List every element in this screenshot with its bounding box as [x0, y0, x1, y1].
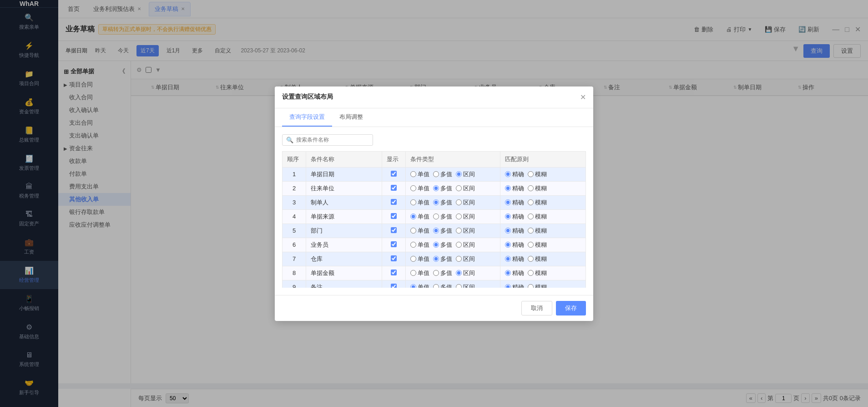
match-radio-8-0[interactable] [505, 284, 511, 288]
show-checkbox-7[interactable] [391, 270, 397, 275]
type-option-0-0[interactable]: 单值 [410, 170, 429, 178]
type-radio-8-0[interactable] [410, 284, 416, 288]
type-radio-6-2[interactable] [456, 256, 462, 262]
type-radio-0-0[interactable] [410, 171, 416, 177]
type-option-2-2[interactable]: 区间 [456, 198, 475, 207]
match-option-7-1[interactable]: 模糊 [528, 269, 547, 277]
type-radio-1-2[interactable] [456, 185, 462, 191]
type-radio-2-0[interactable] [410, 199, 416, 205]
match-option-6-0[interactable]: 精确 [505, 255, 524, 263]
match-radio-0-1[interactable] [528, 171, 534, 177]
type-option-8-2[interactable]: 区间 [456, 283, 475, 288]
match-radio-1-0[interactable] [505, 185, 511, 191]
show-checkbox-8[interactable] [391, 284, 397, 288]
match-option-7-0[interactable]: 精确 [505, 269, 524, 277]
type-option-6-1[interactable]: 多值 [433, 255, 452, 263]
match-radio-3-0[interactable] [505, 214, 511, 219]
type-radio-1-0[interactable] [410, 185, 416, 191]
type-radio-4-0[interactable] [410, 228, 416, 234]
match-radio-2-0[interactable] [505, 199, 511, 205]
match-option-8-0[interactable]: 精确 [505, 283, 524, 288]
type-radio-7-2[interactable] [456, 270, 462, 276]
type-option-3-2[interactable]: 区间 [456, 213, 475, 221]
tab-layout[interactable]: 布局调整 [332, 108, 370, 127]
match-radio-6-1[interactable] [528, 256, 534, 262]
type-radio-6-0[interactable] [410, 256, 416, 262]
match-option-2-1[interactable]: 模糊 [528, 198, 547, 207]
type-radio-2-1[interactable] [433, 199, 439, 205]
match-radio-5-0[interactable] [505, 242, 511, 248]
type-option-7-1[interactable]: 多值 [433, 269, 452, 277]
match-radio-1-1[interactable] [528, 185, 534, 191]
match-radio-4-1[interactable] [528, 228, 534, 234]
type-radio-6-1[interactable] [433, 256, 439, 262]
type-option-8-1[interactable]: 多值 [433, 283, 452, 288]
type-option-7-2[interactable]: 区间 [456, 269, 475, 277]
show-checkbox-5[interactable] [391, 241, 397, 247]
show-checkbox-4[interactable] [391, 227, 397, 233]
condition-search-input[interactable] [296, 137, 364, 143]
match-option-4-0[interactable]: 精确 [505, 227, 524, 235]
type-option-5-1[interactable]: 多值 [433, 241, 452, 249]
type-radio-5-0[interactable] [410, 242, 416, 248]
match-radio-0-0[interactable] [505, 171, 511, 177]
type-option-1-0[interactable]: 单值 [410, 184, 429, 193]
match-radio-7-0[interactable] [505, 270, 511, 276]
modal-scroll-area[interactable]: 顺序 条件名称 显示 条件类型 匹配原则 1单据日期单值多值区间精确模糊2往来单… [282, 151, 586, 288]
type-option-4-0[interactable]: 单值 [410, 227, 429, 235]
type-radio-5-2[interactable] [456, 242, 462, 248]
type-option-2-1[interactable]: 多值 [433, 198, 452, 207]
type-option-4-1[interactable]: 多值 [433, 227, 452, 235]
type-radio-3-2[interactable] [456, 214, 462, 219]
match-radio-4-0[interactable] [505, 228, 511, 234]
match-option-5-0[interactable]: 精确 [505, 241, 524, 249]
show-checkbox-0[interactable] [391, 171, 397, 177]
type-option-2-0[interactable]: 单值 [410, 198, 429, 207]
type-radio-8-1[interactable] [433, 284, 439, 288]
show-checkbox-6[interactable] [391, 255, 397, 261]
type-option-0-1[interactable]: 多值 [433, 170, 452, 178]
type-radio-3-0[interactable] [410, 214, 416, 219]
show-checkbox-2[interactable] [391, 199, 397, 205]
type-option-1-1[interactable]: 多值 [433, 184, 452, 193]
match-option-6-1[interactable]: 模糊 [528, 255, 547, 263]
type-option-3-1[interactable]: 多值 [433, 213, 452, 221]
match-option-1-1[interactable]: 模糊 [528, 184, 547, 193]
match-radio-6-0[interactable] [505, 256, 511, 262]
type-radio-3-1[interactable] [433, 214, 439, 219]
modal-close-icon[interactable]: ✕ [580, 93, 586, 102]
match-radio-5-1[interactable] [528, 242, 534, 248]
type-radio-2-2[interactable] [456, 199, 462, 205]
match-option-0-0[interactable]: 精确 [505, 170, 524, 178]
type-radio-4-1[interactable] [433, 228, 439, 234]
match-option-5-1[interactable]: 模糊 [528, 241, 547, 249]
type-option-7-0[interactable]: 单值 [410, 269, 429, 277]
type-option-6-2[interactable]: 区间 [456, 255, 475, 263]
type-option-4-2[interactable]: 区间 [456, 227, 475, 235]
show-checkbox-1[interactable] [391, 185, 397, 191]
match-radio-3-1[interactable] [528, 214, 534, 219]
match-option-3-1[interactable]: 模糊 [528, 213, 547, 221]
type-option-3-0[interactable]: 单值 [410, 213, 429, 221]
type-radio-4-2[interactable] [456, 228, 462, 234]
type-radio-7-0[interactable] [410, 270, 416, 276]
type-option-8-0[interactable]: 单值 [410, 283, 429, 288]
type-radio-7-1[interactable] [433, 270, 439, 276]
save-confirm-button[interactable]: 保存 [556, 301, 586, 315]
cancel-button[interactable]: 取消 [521, 301, 552, 315]
type-option-6-0[interactable]: 单值 [410, 255, 429, 263]
match-option-8-1[interactable]: 模糊 [528, 283, 547, 288]
match-option-0-1[interactable]: 模糊 [528, 170, 547, 178]
type-radio-0-1[interactable] [433, 171, 439, 177]
type-radio-1-1[interactable] [433, 185, 439, 191]
show-checkbox-3[interactable] [391, 213, 397, 219]
type-radio-5-1[interactable] [433, 242, 439, 248]
match-option-1-0[interactable]: 精确 [505, 184, 524, 193]
tab-query-fields[interactable]: 查询字段设置 [282, 108, 332, 127]
type-option-1-2[interactable]: 区间 [456, 184, 475, 193]
match-radio-7-1[interactable] [528, 270, 534, 276]
type-radio-0-2[interactable] [456, 171, 462, 177]
type-radio-8-2[interactable] [456, 284, 462, 288]
type-option-0-2[interactable]: 区间 [456, 170, 475, 178]
type-option-5-0[interactable]: 单值 [410, 241, 429, 249]
